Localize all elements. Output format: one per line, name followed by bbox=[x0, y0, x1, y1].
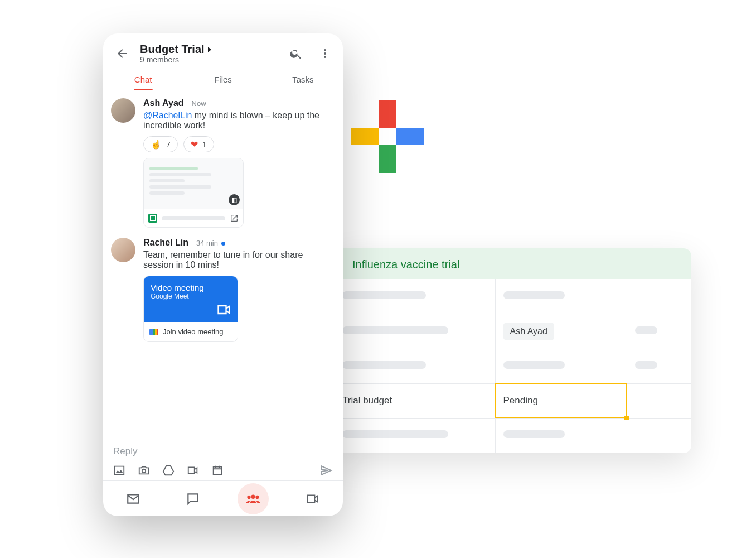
chat-app-frame: Budget Trial 9 members Chat Files Tasks … bbox=[103, 33, 343, 516]
nav-mail[interactable] bbox=[118, 483, 149, 514]
reply-input[interactable]: Reply bbox=[113, 446, 333, 457]
tab-bar: Chat Files Tasks bbox=[103, 68, 343, 90]
reaction-heart[interactable]: ❤1 bbox=[183, 136, 214, 152]
sheet-cell[interactable] bbox=[627, 383, 691, 418]
avatar[interactable] bbox=[111, 98, 135, 123]
camera-icon[interactable] bbox=[138, 464, 150, 477]
timestamp: 34 min bbox=[196, 239, 225, 247]
message: Ash Ayad Now @RachelLin my mind is blown… bbox=[111, 98, 333, 228]
meet-title: Video meeting bbox=[151, 283, 231, 292]
sheet-cell[interactable] bbox=[495, 418, 627, 453]
unread-dot-icon bbox=[221, 242, 225, 246]
message-list: Ash Ayad Now @RachelLin my mind is blown… bbox=[103, 90, 343, 439]
sheet-cell[interactable] bbox=[627, 349, 691, 383]
search-button[interactable] bbox=[285, 42, 307, 65]
sheet-attachment[interactable]: ◧ bbox=[143, 158, 244, 228]
open-external-icon[interactable] bbox=[230, 214, 239, 223]
nav-spaces[interactable] bbox=[238, 483, 269, 514]
more-vert-icon bbox=[318, 47, 332, 60]
sender-name: Rachel Lin bbox=[143, 238, 188, 248]
caret-right-icon bbox=[207, 47, 212, 52]
room-title[interactable]: Budget Trial bbox=[140, 43, 278, 56]
room-subtitle: 9 members bbox=[140, 55, 278, 64]
message: Rachel Lin 34 min Team, remember to tune… bbox=[111, 238, 333, 342]
meet-logo-icon bbox=[149, 329, 158, 335]
calendar-icon[interactable] bbox=[211, 464, 224, 477]
mention[interactable]: @RachelLin bbox=[143, 110, 192, 120]
sheet-cell[interactable] bbox=[495, 279, 627, 314]
meet-subtitle: Google Meet bbox=[151, 292, 231, 300]
people-icon bbox=[245, 490, 261, 507]
composer: Reply bbox=[103, 439, 343, 480]
tab-files[interactable]: Files bbox=[183, 68, 263, 90]
sheet-cell[interactable] bbox=[335, 279, 495, 314]
sheet-cell[interactable] bbox=[495, 349, 627, 383]
video-icon[interactable] bbox=[187, 464, 199, 477]
sender-name: Ash Ayad bbox=[143, 98, 184, 108]
google-plus-ornament bbox=[351, 100, 424, 173]
overflow-button[interactable] bbox=[314, 42, 336, 65]
sheet-cell[interactable] bbox=[627, 314, 691, 349]
sheet-title: Influenza vaccine trial bbox=[335, 248, 691, 279]
video-icon bbox=[306, 492, 320, 506]
reaction-pointing[interactable]: ☝️7 bbox=[143, 136, 178, 152]
message-text: @RachelLin my mind is blown – keep up th… bbox=[143, 110, 333, 131]
sheet-cell[interactable] bbox=[627, 279, 691, 314]
video-icon bbox=[216, 302, 232, 318]
sheet-cell[interactable] bbox=[335, 418, 495, 453]
chat-icon bbox=[186, 492, 200, 506]
back-button[interactable] bbox=[111, 42, 133, 65]
nav-chat[interactable] bbox=[177, 483, 209, 514]
attachment-type-badge: ◧ bbox=[229, 194, 240, 205]
sheet-cell[interactable] bbox=[335, 314, 495, 349]
bottom-nav bbox=[103, 480, 343, 516]
sheet-grid: Ash Ayad Trial budget Pending bbox=[335, 279, 691, 453]
chat-header: Budget Trial 9 members bbox=[103, 33, 343, 68]
spreadsheet-preview: Influenza vaccine trial Ash Ayad Trial b… bbox=[335, 248, 691, 453]
sheet-cell-selected[interactable]: Pending bbox=[495, 383, 627, 418]
message-text: Team, remember to tune in for our share … bbox=[143, 250, 333, 270]
timestamp: Now bbox=[192, 99, 206, 108]
tab-chat[interactable]: Chat bbox=[103, 68, 183, 90]
avatar[interactable] bbox=[111, 238, 135, 262]
sheets-icon bbox=[148, 214, 157, 223]
image-icon[interactable] bbox=[113, 464, 125, 477]
sheet-cell[interactable]: Ash Ayad bbox=[495, 314, 627, 349]
arrow-left-icon bbox=[115, 47, 129, 60]
search-icon bbox=[289, 47, 303, 60]
tab-tasks[interactable]: Tasks bbox=[263, 68, 343, 90]
meet-card[interactable]: Video meeting Google Meet Join video mee… bbox=[143, 276, 238, 342]
send-icon[interactable] bbox=[319, 464, 333, 477]
sheet-cell[interactable] bbox=[335, 349, 495, 383]
attachment-thumbnail: ◧ bbox=[144, 158, 243, 209]
svg-point-0 bbox=[142, 469, 146, 473]
nav-meet[interactable] bbox=[297, 483, 328, 514]
sheet-cell-label[interactable]: Trial budget bbox=[335, 383, 495, 418]
drive-icon[interactable] bbox=[162, 464, 175, 477]
mail-icon bbox=[126, 492, 140, 506]
join-meeting-button[interactable]: Join video meeting bbox=[144, 322, 238, 341]
sheet-cell[interactable] bbox=[627, 418, 691, 453]
